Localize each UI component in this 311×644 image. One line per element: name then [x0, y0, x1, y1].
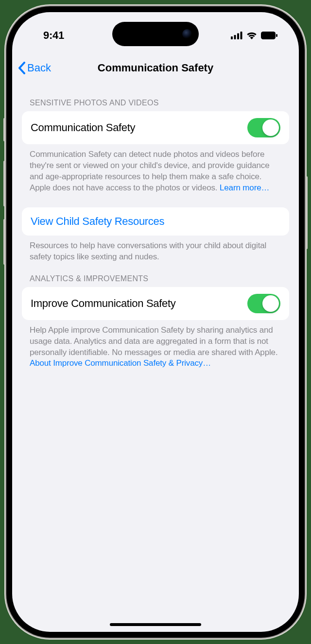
sensitive-footer: Communication Safety can detect nude pho…	[12, 144, 299, 194]
improve-communication-safety-label: Improve Communication Safety	[31, 297, 176, 310]
about-privacy-link[interactable]: About Improve Communication Safety & Pri…	[30, 358, 211, 368]
svg-rect-4	[261, 32, 276, 39]
status-icons	[231, 32, 277, 39]
toggle-knob	[262, 119, 279, 136]
side-button-vol-down	[3, 219, 5, 265]
front-camera	[182, 29, 192, 39]
side-button-power	[306, 176, 308, 249]
improve-communication-safety-row: Improve Communication Safety	[22, 287, 289, 320]
back-label: Back	[27, 62, 51, 74]
communication-safety-label: Communication Safety	[31, 121, 135, 134]
chevron-left-icon	[18, 62, 26, 74]
improve-communication-safety-toggle[interactable]	[247, 294, 280, 313]
side-button-silence	[3, 118, 5, 141]
content-area: Back Communication Safety Sensitive Phot…	[12, 12, 299, 632]
svg-rect-5	[276, 34, 277, 37]
svg-rect-1	[234, 35, 236, 39]
phone-frame: 9:41	[6, 6, 305, 638]
nav-bar: Back Communication Safety	[12, 54, 299, 82]
resources-footer: Resources to help have conversations wit…	[12, 236, 299, 263]
status-time: 9:41	[43, 29, 64, 42]
battery-icon	[261, 32, 277, 39]
section-header-sensitive: Sensitive Photos and Videos	[12, 82, 299, 111]
page-title: Communication Safety	[12, 62, 299, 74]
svg-rect-0	[231, 36, 233, 39]
section-header-analytics: Analytics & Improvements	[12, 263, 299, 287]
child-safety-resources-button[interactable]: View Child Safety Resources	[22, 207, 289, 236]
analytics-footer-text: Help Apple improve Communication Safety …	[30, 325, 277, 357]
analytics-footer: Help Apple improve Communication Safety …	[12, 320, 299, 370]
toggle-knob	[262, 295, 279, 312]
dynamic-island	[112, 22, 199, 46]
svg-rect-3	[241, 32, 242, 39]
svg-rect-2	[237, 34, 239, 40]
communication-safety-toggle[interactable]	[247, 118, 280, 137]
back-button[interactable]: Back	[18, 62, 51, 74]
communication-safety-row: Communication Safety	[22, 111, 289, 144]
child-safety-resources-label: View Child Safety Resources	[31, 215, 164, 228]
cellular-icon	[231, 32, 242, 39]
screen: 9:41	[12, 12, 299, 632]
side-button-vol-up	[3, 161, 5, 206]
wifi-icon	[246, 32, 257, 39]
home-indicator[interactable]	[110, 623, 201, 626]
learn-more-link[interactable]: Learn more…	[220, 183, 269, 192]
